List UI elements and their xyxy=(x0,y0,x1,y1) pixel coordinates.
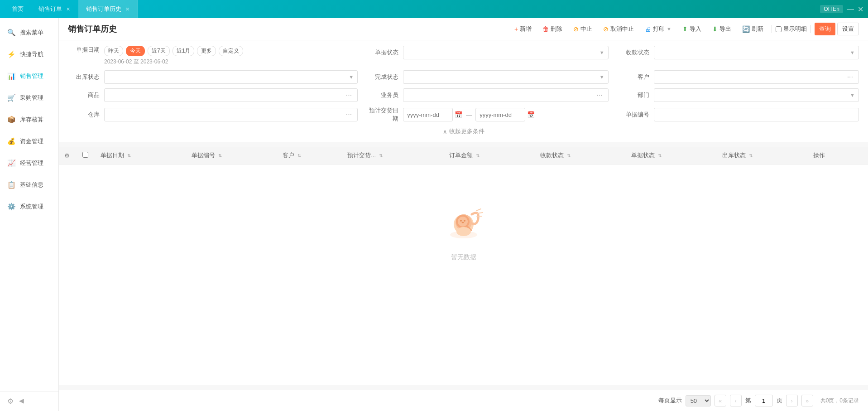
sidebar-bottom: ⚙ ◀ xyxy=(0,391,58,411)
sidebar-item-quick-nav[interactable]: ⚡ 快捷导航 xyxy=(0,44,58,65)
top-bar-right: OfTEn — ✕ xyxy=(820,5,863,14)
show-detail-toggle[interactable]: 显示明细 xyxy=(776,25,807,33)
th-out-status[interactable]: 出库状态 ⇅ xyxy=(717,147,808,164)
sidebar-item-sales-label: 销售管理 xyxy=(20,72,43,80)
query-button[interactable]: 查询 xyxy=(815,23,835,35)
th-amount-sort: ⇅ xyxy=(476,153,480,158)
collapse-bar[interactable]: ∧ 收起更多条件 xyxy=(68,125,859,136)
sidebar-item-purchase[interactable]: 🛒 采购管理 xyxy=(0,87,58,109)
next-page-button[interactable]: › xyxy=(786,395,798,406)
sidebar-item-inventory[interactable]: 📦 库存核算 xyxy=(0,109,58,131)
delete-button[interactable]: 🗑 删除 xyxy=(538,23,567,35)
last-page-button[interactable]: » xyxy=(801,395,813,406)
th-customer-label: 客户 xyxy=(283,152,294,159)
tab-sales-order-history[interactable]: 销售订单历史 ✕ xyxy=(79,0,138,18)
out-status-arrow: ▼ xyxy=(349,74,354,80)
sidebar-item-basic-info-label: 基础信息 xyxy=(20,181,43,189)
date-1month-btn[interactable]: 近1月 xyxy=(173,46,195,56)
toolbar-divider xyxy=(772,25,772,33)
sidebar-item-finance[interactable]: 💰 资金管理 xyxy=(0,131,58,152)
settings-button[interactable]: 设置 xyxy=(837,23,859,35)
expected-date-start[interactable] xyxy=(403,108,453,121)
warehouse-select[interactable]: ··· xyxy=(104,108,358,121)
department-select[interactable]: ▼ xyxy=(654,88,859,102)
window-minimize-icon[interactable]: — xyxy=(847,5,854,13)
new-icon: + xyxy=(514,25,518,33)
sidebar-item-operations[interactable]: 📈 经营管理 xyxy=(0,152,58,174)
query-label: 查询 xyxy=(819,25,831,33)
th-amount-label: 订单金额 xyxy=(449,152,473,159)
tab-sales-order-close[interactable]: ✕ xyxy=(65,6,71,12)
refresh-button[interactable]: 🔄 刷新 xyxy=(738,23,768,35)
sidebar-item-search-menu[interactable]: 🔍 搜索菜单 xyxy=(0,22,58,44)
th-date[interactable]: 单据日期 ⇅ xyxy=(95,147,186,164)
prev-page-button[interactable]: ‹ xyxy=(730,395,742,406)
salesperson-select[interactable]: ··· xyxy=(403,88,608,102)
th-doc-status[interactable]: 单据状态 ⇅ xyxy=(626,147,717,164)
doc-number-input[interactable] xyxy=(654,108,859,121)
cancel-stop-button[interactable]: ⊘ 取消中止 xyxy=(599,23,638,35)
date-today-btn[interactable]: 今天 xyxy=(126,46,145,56)
print-dropdown-icon: ▼ xyxy=(667,26,671,32)
filter-date-group: 单据日期 昨天 今天 近7天 近1月 更多 自定义 2023-06-02 至 2… xyxy=(68,46,358,66)
th-expected[interactable]: 预计交货... ⇅ xyxy=(342,147,444,164)
settings-icon[interactable]: ⚙ xyxy=(64,152,70,159)
salesperson-dots[interactable]: ··· xyxy=(595,91,604,99)
doc-status-label: 单据状态 xyxy=(367,48,403,57)
th-receive-status[interactable]: 收款状态 ⇅ xyxy=(535,147,626,164)
tab-sales-order[interactable]: 销售订单 ✕ xyxy=(31,0,79,18)
out-status-select[interactable]: ▼ xyxy=(104,70,358,84)
th-amount[interactable]: 订单金额 ⇅ xyxy=(444,147,535,164)
page-header: 销售订单历史 + 新增 🗑 删除 ⊘ 中止 ⊘ 取消中止 xyxy=(59,18,868,40)
warehouse-dots[interactable]: ··· xyxy=(344,111,354,119)
print-button[interactable]: 🖨 打印 ▼ xyxy=(640,23,676,35)
filter-expected-date-group: 预计交货日期 📅 — 📅 xyxy=(367,106,608,123)
filter-department-group: 部门 ▼ xyxy=(618,88,859,102)
show-detail-checkbox[interactable] xyxy=(776,26,782,32)
sidebar-item-system[interactable]: ⚙️ 系统管理 xyxy=(0,196,58,218)
stop-icon: ⊘ xyxy=(573,25,579,33)
sidebar-collapse-icon[interactable]: ◀ xyxy=(19,397,24,406)
tab-home[interactable]: 首页 xyxy=(5,0,31,18)
date-7days-btn[interactable]: 近7天 xyxy=(148,46,170,56)
calendar-start-icon[interactable]: 📅 xyxy=(455,111,462,118)
th-settings[interactable]: ⚙ xyxy=(59,147,77,164)
filter-receive-status-group: 收款状态 ▼ xyxy=(618,46,859,59)
customer-dots[interactable]: ··· xyxy=(845,73,855,81)
complete-status-arrow: ▼ xyxy=(599,74,604,80)
filter-warehouse-group: 仓库 ··· xyxy=(68,108,358,121)
sidebar-item-sales[interactable]: 📊 销售管理 xyxy=(0,65,58,87)
page-size-select[interactable]: 20 50 100 xyxy=(686,395,711,406)
th-number[interactable]: 单据编号 ⇅ xyxy=(186,147,277,164)
complete-status-select[interactable]: ▼ xyxy=(403,70,608,84)
top-bar: 首页 销售订单 ✕ 销售订单历史 ✕ OfTEn — ✕ xyxy=(0,0,868,18)
export-button[interactable]: ⬇ 导出 xyxy=(708,23,736,35)
receive-status-select[interactable]: ▼ xyxy=(654,46,859,59)
date-more-btn[interactable]: 更多 xyxy=(197,46,216,56)
doc-status-select[interactable]: ▼ xyxy=(403,46,608,59)
select-all-checkbox[interactable] xyxy=(82,152,88,158)
th-checkbox[interactable] xyxy=(77,147,95,164)
delete-label: 删除 xyxy=(551,25,562,33)
customer-select[interactable]: ··· xyxy=(654,70,859,84)
date-yesterday-btn[interactable]: 昨天 xyxy=(104,46,123,56)
page-number-input[interactable] xyxy=(755,395,773,406)
empty-text: 暂无数据 xyxy=(451,253,476,261)
complete-status-label: 完成状态 xyxy=(367,73,403,81)
product-select[interactable]: ··· xyxy=(104,88,358,102)
expected-date-end[interactable] xyxy=(475,108,525,121)
date-custom-btn[interactable]: 自定义 xyxy=(219,46,243,56)
stop-button[interactable]: ⊘ 中止 xyxy=(569,23,597,35)
th-customer[interactable]: 客户 ⇅ xyxy=(277,147,342,164)
th-doc-status-label: 单据状态 xyxy=(631,152,655,159)
import-button[interactable]: ⬆ 导入 xyxy=(678,23,706,35)
sidebar-item-basic-info[interactable]: 📋 基础信息 xyxy=(0,174,58,196)
window-close-icon[interactable]: ✕ xyxy=(858,5,863,14)
calendar-end-icon[interactable]: 📅 xyxy=(527,111,535,118)
th-doc-status-sort: ⇅ xyxy=(658,153,662,158)
new-button[interactable]: + 新增 xyxy=(510,23,536,35)
product-dots[interactable]: ··· xyxy=(344,91,354,99)
first-page-button[interactable]: « xyxy=(715,395,726,406)
sidebar-settings-icon[interactable]: ⚙ xyxy=(7,397,14,406)
tab-sales-order-history-close[interactable]: ✕ xyxy=(124,6,130,12)
